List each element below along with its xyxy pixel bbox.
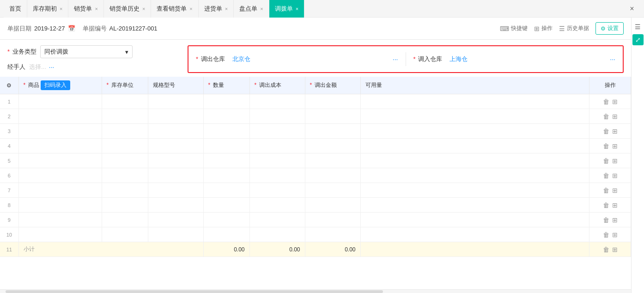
tab-home[interactable]: 首页: [4, 0, 27, 18]
row-available[interactable]: [360, 124, 589, 139]
row-cost[interactable]: [249, 213, 305, 227]
row-spec[interactable]: [148, 139, 203, 153]
copy-row-icon[interactable]: ⊞: [612, 201, 618, 209]
delete-row-icon[interactable]: 🗑: [603, 98, 609, 105]
row-spec[interactable]: [148, 168, 203, 183]
row-spec[interactable]: [148, 227, 203, 242]
tab-sales-order[interactable]: 销货单 ×: [68, 0, 103, 18]
row-available[interactable]: [360, 213, 589, 227]
tab-inventory-init-close[interactable]: ×: [60, 6, 62, 12]
row-quantity[interactable]: [203, 168, 249, 183]
row-unit[interactable]: [102, 183, 148, 198]
delete-row-icon[interactable]: 🗑: [603, 216, 609, 224]
row-product[interactable]: [18, 168, 102, 183]
copy-row-icon[interactable]: ⊞: [612, 172, 618, 179]
tab-view-sales[interactable]: 查看销货单 ×: [151, 0, 198, 18]
row-quantity[interactable]: [203, 124, 249, 139]
row-quantity[interactable]: [203, 198, 249, 213]
row-cost[interactable]: [249, 183, 305, 198]
row-product[interactable]: [18, 124, 102, 139]
tab-stocktake[interactable]: 盘点单 ×: [234, 0, 269, 18]
copy-row-icon[interactable]: ⊞: [612, 142, 618, 150]
copy-row-icon[interactable]: ⊞: [612, 231, 618, 238]
gear-icon[interactable]: ⚙: [6, 82, 12, 89]
row-product[interactable]: [18, 198, 102, 213]
row-quantity[interactable]: [203, 183, 249, 198]
row-available[interactable]: [360, 183, 589, 198]
scrollbar-area[interactable]: [0, 289, 631, 293]
row-available[interactable]: [360, 168, 589, 183]
operation-action[interactable]: ⊞ 操作: [534, 24, 553, 32]
row-amount[interactable]: [305, 168, 360, 183]
row-amount[interactable]: [305, 153, 360, 168]
row-unit[interactable]: [102, 168, 148, 183]
row-product[interactable]: [18, 213, 102, 227]
scrollbar-thumb[interactable]: [6, 290, 383, 293]
copy-row-icon[interactable]: ⊞: [612, 98, 618, 105]
row-cost[interactable]: [249, 109, 305, 124]
row-spec[interactable]: [148, 213, 203, 227]
row-unit[interactable]: [102, 227, 148, 242]
warehouse-out-more-button[interactable]: ···: [393, 55, 398, 63]
row-spec[interactable]: [148, 198, 203, 213]
delete-row-icon[interactable]: 🗑: [603, 113, 609, 120]
tab-stocktake-close[interactable]: ×: [260, 6, 263, 12]
row-product[interactable]: [18, 139, 102, 153]
tab-purchase-close[interactable]: ×: [225, 6, 228, 12]
delete-icon[interactable]: 🗑: [603, 246, 609, 253]
tab-sales-order-close[interactable]: ×: [95, 6, 97, 12]
delete-row-icon[interactable]: 🗑: [603, 172, 609, 179]
row-unit[interactable]: [102, 213, 148, 227]
row-quantity[interactable]: [203, 153, 249, 168]
calendar-icon[interactable]: 📅: [68, 25, 75, 32]
row-cost[interactable]: [249, 153, 305, 168]
tab-inventory-init[interactable]: 库存期初 ×: [27, 0, 68, 18]
row-unit[interactable]: [102, 153, 148, 168]
row-spec[interactable]: [148, 109, 203, 124]
row-cost[interactable]: [249, 227, 305, 242]
delete-row-icon[interactable]: 🗑: [603, 231, 609, 238]
sidebar-document-icon[interactable]: ☰: [632, 21, 644, 32]
delete-row-icon[interactable]: 🗑: [603, 142, 609, 150]
operator-more-button[interactable]: ···: [49, 63, 55, 71]
row-product[interactable]: [18, 109, 102, 124]
scan-button[interactable]: 扫码录入: [41, 80, 70, 90]
row-available[interactable]: [360, 227, 589, 242]
tab-sales-history[interactable]: 销货单历史 ×: [104, 0, 151, 18]
delete-row-icon[interactable]: 🗑: [603, 201, 609, 209]
copy-row-icon[interactable]: ⊞: [612, 216, 618, 224]
row-amount[interactable]: [305, 124, 360, 139]
row-cost[interactable]: [249, 124, 305, 139]
row-product[interactable]: [18, 183, 102, 198]
row-quantity[interactable]: [203, 109, 249, 124]
copy-row-icon[interactable]: ⊞: [612, 128, 618, 135]
row-cost[interactable]: [249, 94, 305, 109]
row-cost[interactable]: [249, 168, 305, 183]
row-cost[interactable]: [249, 198, 305, 213]
row-quantity[interactable]: [203, 139, 249, 153]
row-available[interactable]: [360, 198, 589, 213]
row-amount[interactable]: [305, 213, 360, 227]
row-product[interactable]: [18, 94, 102, 109]
tab-purchase[interactable]: 进货单 ×: [199, 0, 234, 18]
row-available[interactable]: [360, 94, 589, 109]
delete-row-icon[interactable]: 🗑: [603, 157, 609, 165]
row-unit[interactable]: [102, 139, 148, 153]
business-type-select[interactable]: 同价调拨 ▾: [40, 45, 133, 58]
delete-row-icon[interactable]: 🗑: [603, 187, 609, 194]
row-spec[interactable]: [148, 94, 203, 109]
row-amount[interactable]: [305, 139, 360, 153]
copy-row-icon[interactable]: ⊞: [612, 157, 618, 165]
tab-transfer[interactable]: 调拨单 ×: [269, 0, 304, 18]
shortcut-action[interactable]: ⌨ 快捷键: [500, 24, 528, 32]
row-cost[interactable]: [249, 139, 305, 153]
row-available[interactable]: [360, 153, 589, 168]
row-amount[interactable]: [305, 94, 360, 109]
tab-sales-history-close[interactable]: ×: [142, 6, 145, 12]
row-unit[interactable]: [102, 109, 148, 124]
row-amount[interactable]: [305, 109, 360, 124]
row-spec[interactable]: [148, 124, 203, 139]
window-close-button[interactable]: ×: [624, 0, 640, 17]
row-spec[interactable]: [148, 183, 203, 198]
settings-button[interactable]: ⚙ 设置: [595, 22, 624, 35]
